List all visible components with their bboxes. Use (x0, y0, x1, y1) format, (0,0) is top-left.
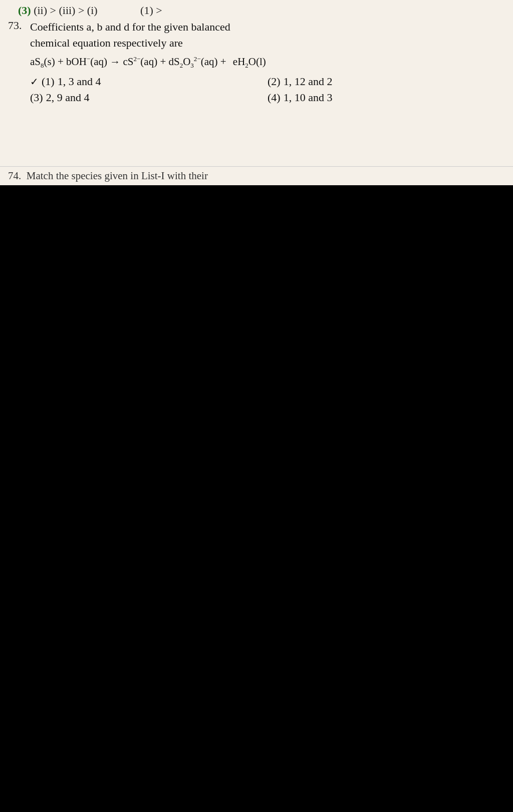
option-4-text: 1, 10 and 3 (284, 91, 333, 104)
checkmark-icon: ✓ (30, 76, 39, 88)
option-1[interactable]: ✓ (1) 1, 3 and 4 (30, 75, 268, 88)
option-3-text: 2, 9 and 4 (46, 91, 90, 104)
option-4-number: (4) (268, 91, 281, 104)
top-line: (3) (ii) > (iii) > (i) (1) > (8, 4, 505, 17)
option-1-text: 1, 3 and 4 (58, 75, 101, 88)
option-2-text: 1, 12 and 2 (284, 75, 333, 88)
next-q-number: 74. (8, 170, 21, 182)
options-grid: ✓ (1) 1, 3 and 4 (2) 1, 12 and 2 (3) 2, … (30, 75, 505, 104)
top-line-text: (ii) > (iii) > (i) (34, 4, 97, 17)
option-1-number: (1) (42, 75, 55, 88)
equation-rhs2: eH2O(l) (233, 54, 266, 71)
extra-text: (1) > (140, 4, 162, 17)
question-number: 73. (8, 19, 30, 32)
question-73-block: 73. Coefficients a, b and d for the give… (8, 19, 505, 51)
option-3-number: (3) (30, 91, 43, 104)
next-q-text: Match the species given in List-I with t… (24, 170, 208, 182)
option-2-number: (2) (268, 75, 281, 88)
question-page: (3) (ii) > (iii) > (i) (1) > 73. Coeffic… (0, 0, 513, 185)
question-body: Coefficients a, b and d for the given ba… (30, 19, 230, 51)
option-4[interactable]: (4) 1, 10 and 3 (268, 91, 505, 104)
chemical-equation: aS8(s) + bOH−(aq) → cS2−(aq) + dS2O32−(a… (30, 54, 505, 71)
option-2[interactable]: (2) 1, 12 and 2 (268, 75, 505, 88)
next-question-preview: 74. Match the species given in List-I wi… (0, 166, 513, 185)
previous-answer-indicator: (3) (18, 4, 31, 17)
black-background (0, 185, 513, 812)
option-3[interactable]: (3) 2, 9 and 4 (30, 91, 268, 104)
